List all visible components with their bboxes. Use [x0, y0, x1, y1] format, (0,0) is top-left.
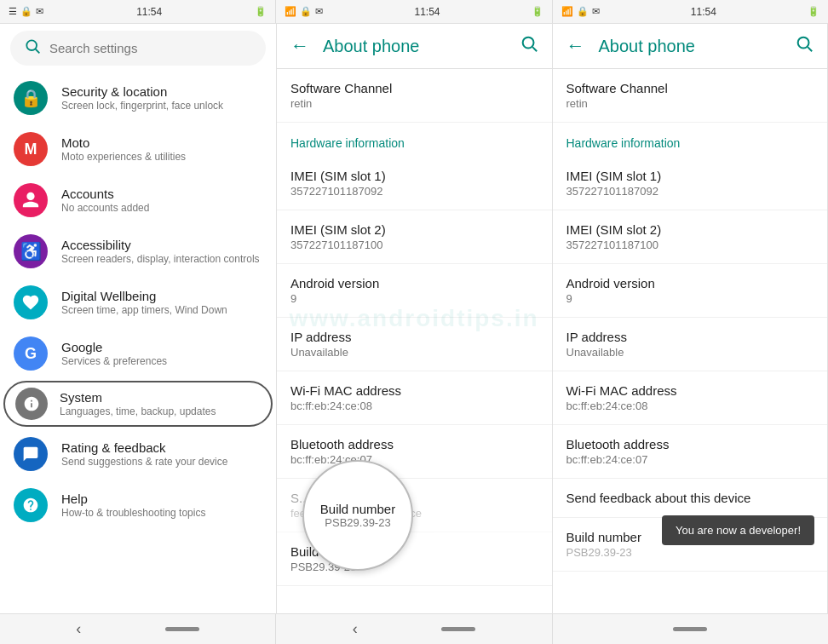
nav-pill-right	[673, 627, 707, 631]
svg-point-0	[26, 40, 37, 50]
sidebar-item-rating[interactable]: Rating & feedback Send suggestions & rat…	[0, 428, 276, 480]
battery-icon-right: 🔋	[808, 6, 819, 17]
sidebar-item-security[interactable]: 🔒 Security & location Screen lock, finge…	[0, 72, 276, 124]
system-subtitle: Languages, time, backup, updates	[60, 405, 261, 417]
search-icon-middle[interactable]	[520, 34, 538, 58]
info-bt-mid[interactable]: Bluetooth address bc:ff:eb:24:ce:07	[277, 425, 552, 479]
msg-icon-right: ✉	[592, 6, 600, 17]
svg-point-4	[798, 37, 809, 49]
google-subtitle: Services & preferences	[61, 355, 262, 367]
info-android-mid[interactable]: Android version 9	[277, 264, 552, 318]
middle-panel-header: ← About phone	[277, 24, 552, 69]
system-icon	[15, 388, 48, 420]
info-sw-channel-mid[interactable]: Software Channel retin	[277, 69, 552, 123]
info-feedback-right[interactable]: Send feedback about this device	[553, 479, 828, 518]
time-right: 11:54	[691, 6, 716, 18]
nav-back-mid[interactable]: ‹	[353, 620, 358, 638]
accessibility-subtitle: Screen readers, display, interaction con…	[61, 253, 262, 265]
info-wifi-right[interactable]: Wi-Fi MAC address bc:ff:eb:24:ce:08	[553, 371, 828, 425]
digital-wellbeing-subtitle: Screen time, app timers, Wind Down	[61, 304, 262, 316]
accounts-title: Accounts	[61, 187, 262, 201]
accounts-icon	[14, 183, 48, 217]
info-hw-header-mid: Hardware information	[277, 123, 552, 157]
nav-section-mid: ‹	[276, 614, 552, 644]
back-icon-right[interactable]: ←	[566, 35, 585, 57]
moto-subtitle: Moto experiences & utilities	[61, 151, 262, 163]
accounts-subtitle: No accounts added	[61, 202, 262, 214]
moto-title: Moto	[61, 135, 262, 150]
help-subtitle: How-to & troubleshooting topics	[61, 507, 262, 519]
back-icon-middle[interactable]: ←	[290, 35, 309, 57]
security-subtitle: Screen lock, fingerprint, face unlock	[61, 100, 262, 112]
system-title: System	[60, 390, 261, 405]
nav-section-left: ‹	[0, 614, 276, 644]
status-section-left: ☰ 🔒 ✉ 11:54 🔋	[0, 0, 276, 23]
status-section-mid: 📶 🔒 ✉ 11:54 🔋	[276, 0, 552, 23]
sim-icon: ☰	[9, 6, 17, 17]
search-bar[interactable]	[10, 31, 266, 66]
info-ip-mid[interactable]: IP address Unavailable	[277, 318, 552, 371]
svg-line-5	[808, 47, 812, 51]
middle-panel-title: About phone	[323, 37, 506, 56]
rating-subtitle: Send suggestions & rate your device	[61, 456, 262, 468]
status-section-right: 📶 🔒 ✉ 11:54 🔋	[553, 0, 828, 23]
time-mid: 11:54	[414, 6, 440, 18]
lock-icon-mid: 🔒	[300, 6, 312, 17]
svg-line-3	[532, 47, 537, 51]
battery-icon-mid: 🔋	[532, 6, 543, 17]
build-circle-label: Build number	[320, 502, 395, 516]
info-hw-header-right: Hardware information	[553, 123, 828, 157]
developer-toast: You are now a developer!	[662, 515, 814, 545]
digital-wellbeing-title: Digital Wellbeing	[61, 289, 262, 303]
security-icon: 🔒	[14, 81, 48, 115]
svg-point-2	[522, 37, 533, 49]
sidebar-item-accounts[interactable]: Accounts No accounts added	[0, 175, 276, 226]
info-android-right[interactable]: Android version 9	[553, 264, 828, 318]
nav-back-left[interactable]: ‹	[76, 620, 81, 638]
settings-list: 🔒 Security & location Screen lock, finge…	[0, 72, 276, 613]
settings-panel: 🔒 Security & location Screen lock, finge…	[0, 24, 277, 613]
search-icon	[24, 37, 41, 59]
build-circle-value: PSB29.39-23	[325, 516, 390, 529]
lock-icon: 🔒	[20, 6, 32, 17]
status-icons-left: ☰ 🔒 ✉	[9, 6, 43, 17]
time-left: 11:54	[136, 6, 162, 18]
search-input[interactable]	[49, 41, 252, 55]
nav-pill-mid	[441, 627, 475, 631]
info-wifi-mid[interactable]: Wi-Fi MAC address bc:ff:eb:24:ce:08	[277, 371, 552, 425]
help-icon	[14, 488, 48, 522]
nav-bar: ‹ ‹	[0, 613, 828, 644]
security-title: Security & location	[61, 84, 262, 99]
nav-pill-left	[165, 627, 199, 631]
digital-wellbeing-icon	[14, 285, 48, 319]
sidebar-item-moto[interactable]: M Moto Moto experiences & utilities	[0, 124, 276, 175]
msg-icon: ✉	[36, 6, 43, 17]
info-bt-right[interactable]: Bluetooth address bc:ff:eb:24:ce:07	[553, 425, 828, 479]
google-icon: G	[14, 336, 48, 371]
signal-icon-mid: 📶	[285, 6, 296, 17]
sidebar-item-system[interactable]: System Languages, time, backup, updates	[3, 381, 273, 427]
lock-icon-right: 🔒	[577, 6, 589, 17]
help-title: Help	[61, 492, 262, 506]
moto-icon: M	[14, 132, 48, 166]
search-icon-right[interactable]	[795, 34, 814, 58]
sidebar-item-google[interactable]: G Google Services & preferences	[0, 328, 276, 379]
info-ip-right[interactable]: IP address Unavailable	[553, 318, 828, 371]
rating-title: Rating & feedback	[61, 440, 262, 455]
svg-line-1	[36, 49, 40, 54]
right-panel-title: About phone	[599, 37, 782, 56]
info-imei2-mid[interactable]: IMEI (SIM slot 2) 357227101187100	[277, 210, 552, 264]
battery-icon-left: 🔋	[255, 6, 267, 17]
info-imei2-right[interactable]: IMEI (SIM slot 2) 357227101187100	[553, 210, 828, 264]
nav-section-right	[553, 614, 828, 644]
signal-icon-right: 📶	[561, 6, 573, 17]
right-panel-header: ← About phone	[553, 24, 828, 69]
sidebar-item-accessibility[interactable]: ♿ Accessibility Screen readers, display,…	[0, 226, 276, 277]
rating-icon	[14, 437, 48, 471]
sidebar-item-digital-wellbeing[interactable]: Digital Wellbeing Screen time, app timer…	[0, 277, 276, 328]
info-imei1-mid[interactable]: IMEI (SIM slot 1) 357227101187092	[277, 157, 552, 210]
sidebar-item-help[interactable]: Help How-to & troubleshooting topics	[0, 480, 276, 531]
info-imei1-right[interactable]: IMEI (SIM slot 1) 357227101187092	[553, 157, 828, 210]
google-title: Google	[61, 340, 262, 354]
info-sw-channel-right[interactable]: Software Channel retin	[553, 69, 828, 123]
